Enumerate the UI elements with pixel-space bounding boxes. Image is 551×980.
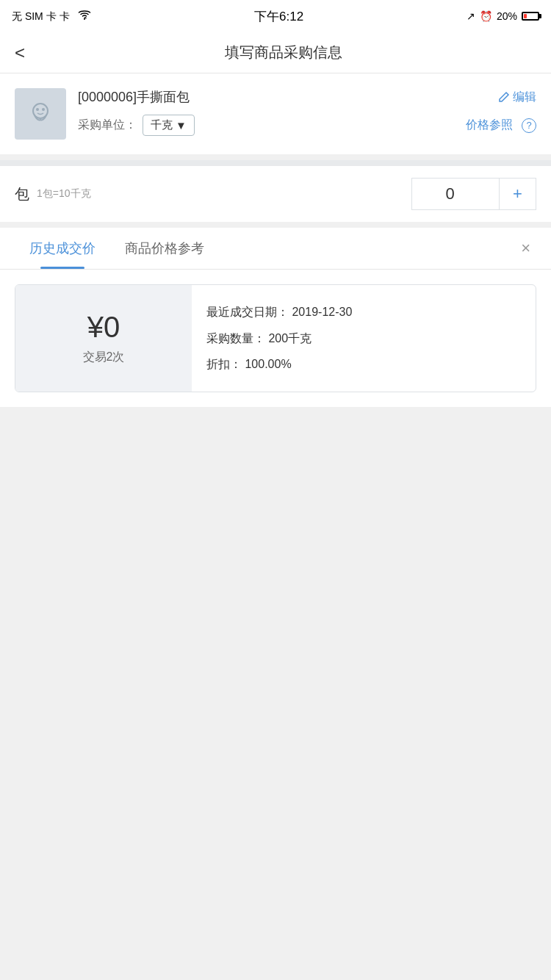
purchase-qty-row: 采购数量： 200千克	[206, 329, 521, 348]
quantity-row: 包 1包=10千克 +	[0, 166, 551, 222]
recent-date-label: 最近成交日期：	[206, 306, 289, 318]
quantity-input[interactable]	[411, 178, 500, 210]
tab-close-button[interactable]: ×	[515, 233, 536, 264]
status-time: 下午6:12	[254, 8, 303, 25]
nav-bar: < 填写商品采购信息	[0, 32, 551, 73]
quantity-label-group: 包 1包=10千克	[15, 184, 91, 204]
purchase-qty-value: 200千克	[268, 332, 311, 345]
svg-point-0	[84, 18, 85, 20]
product-header: [0000006]手撕面包 编辑 采购单位： 千克 ▼ 价格	[15, 88, 536, 140]
unit-select[interactable]: 千克 ▼	[143, 115, 195, 136]
status-right: ↗ ⏰ 20%	[467, 10, 539, 22]
status-bar: 无 SIM 卡 卡 下午6:12 ↗ ⏰ 20%	[0, 0, 551, 32]
purchase-qty-label: 采购数量：	[206, 332, 265, 345]
price-amount: ¥0	[87, 311, 120, 344]
quantity-label: 包	[15, 184, 29, 204]
purchase-unit-row: 采购单位： 千克 ▼ 价格参照 ?	[78, 115, 536, 136]
edit-button[interactable]: 编辑	[498, 90, 536, 105]
quantity-hint: 1包=10千克	[37, 187, 91, 201]
wifi-icon	[78, 10, 91, 22]
alarm-icon: ⏰	[480, 10, 492, 22]
price-ref-button[interactable]: 价格参照 ?	[466, 118, 536, 133]
bottom-area	[0, 407, 551, 848]
product-thumbnail	[15, 88, 66, 140]
tab-history-price[interactable]: 历史成交价	[15, 228, 110, 269]
discount-label: 折扣：	[206, 358, 242, 370]
back-button[interactable]: <	[9, 37, 31, 69]
section-divider	[0, 160, 551, 166]
help-icon: ?	[522, 118, 536, 133]
tab-header: 历史成交价 商品价格参考 ×	[0, 228, 551, 270]
discount-value: 100.00%	[245, 358, 291, 370]
unit-value: 千克	[151, 118, 173, 132]
product-title-row: [0000006]手撕面包 编辑	[78, 88, 536, 106]
tab-content: ¥0 交易2次 最近成交日期： 2019-12-30 采购数量： 200千克 折…	[0, 270, 551, 407]
quantity-controls: +	[411, 178, 536, 210]
location-icon: ↗	[467, 10, 475, 22]
discount-row: 折扣： 100.00%	[206, 355, 521, 374]
product-info: [0000006]手撕面包 编辑 采购单位： 千克 ▼ 价格	[78, 88, 536, 136]
price-value: 0	[104, 311, 120, 343]
product-name: [0000006]手撕面包	[78, 88, 190, 106]
recent-date-row: 最近成交日期： 2019-12-30	[206, 303, 521, 322]
price-ref-label: 价格参照	[466, 118, 513, 133]
status-left: 无 SIM 卡 卡	[12, 10, 91, 24]
product-card: [0000006]手撕面包 编辑 采购单位： 千克 ▼ 价格	[0, 73, 551, 154]
dropdown-icon: ▼	[176, 119, 187, 131]
quantity-plus-button[interactable]: +	[500, 178, 536, 210]
price-currency: ¥	[87, 311, 104, 343]
history-card: ¥0 交易2次 最近成交日期： 2019-12-30 采购数量： 200千克 折…	[15, 284, 536, 392]
battery-percent: 20%	[497, 10, 517, 22]
tab-price-ref[interactable]: 商品价格参考	[110, 228, 219, 269]
svg-point-2	[36, 108, 39, 111]
sim-label: 无 SIM 卡 卡	[12, 10, 70, 22]
svg-point-3	[42, 108, 45, 111]
battery-icon	[522, 12, 539, 21]
page-title: 填写商品采购信息	[31, 43, 536, 62]
tab-section: 历史成交价 商品价格参考 × ¥0 交易2次 最近成交日期： 2019-12-3…	[0, 228, 551, 407]
recent-date-value: 2019-12-30	[292, 306, 352, 318]
trade-count: 交易2次	[83, 350, 125, 365]
history-price-left: ¥0 交易2次	[15, 285, 192, 392]
purchase-unit-label: 采购单位：	[78, 118, 137, 133]
history-details-right: 最近成交日期： 2019-12-30 采购数量： 200千克 折扣： 100.0…	[192, 285, 536, 392]
